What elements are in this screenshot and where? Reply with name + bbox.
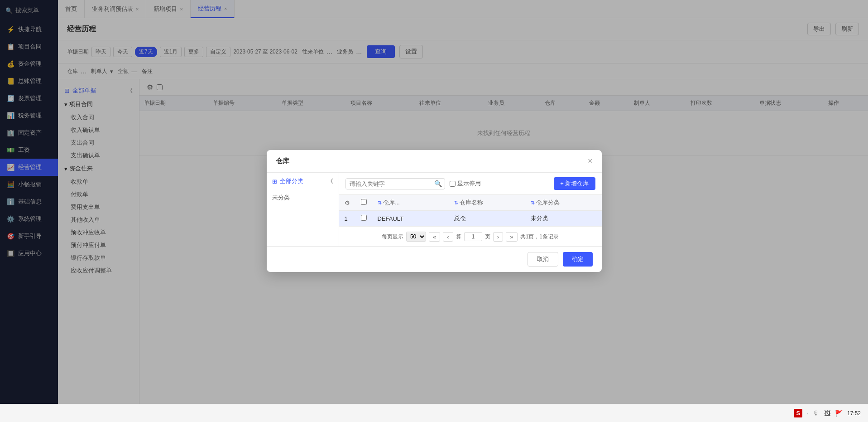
- modal-col-name-label: 仓库名称: [460, 199, 483, 206]
- modal-page-input[interactable]: [464, 232, 482, 241]
- sort-icon-cat: ⇅: [531, 200, 535, 205]
- show-disabled-text: 显示停用: [457, 179, 481, 188]
- modal-right-panel: 🔍 显示停用 + 新增仓库 ⚙: [339, 173, 602, 246]
- modal-col-checkbox: [355, 195, 372, 211]
- modal-cat-item-unclassified[interactable]: 未分类: [267, 190, 339, 205]
- modal-footer: 取消 确定: [267, 246, 602, 272]
- modal-page-size-select[interactable]: 50: [406, 232, 426, 242]
- sort-icon-name: ⇅: [454, 200, 458, 205]
- show-disabled-checkbox[interactable]: [450, 181, 456, 187]
- modal-page-label: 页: [485, 233, 490, 241]
- warehouse-table: ⚙ ⇅ 仓库... ⇅ 仓库名称: [339, 195, 602, 227]
- taskbar-icons: S · 🎙 🖼 🚩 17:52: [794, 409, 861, 417]
- modal-page-word: 算: [456, 233, 461, 241]
- modal-first-page-btn[interactable]: «: [429, 232, 440, 242]
- add-warehouse-btn[interactable]: + 新增仓库: [554, 177, 595, 190]
- warehouse-search-btn[interactable]: 🔍: [432, 180, 445, 187]
- modal-pagination: 每页显示 50 « ‹ 算 页 › » 共1页，1条记录: [339, 227, 602, 246]
- modal-next-page-btn[interactable]: ›: [493, 232, 503, 242]
- row-select[interactable]: [361, 215, 367, 221]
- warehouse-modal: 仓库 × ⊞ 全部分类 《 未分类 🔍: [267, 150, 602, 272]
- modal-header: 仓库 ×: [267, 150, 602, 173]
- modal-col-cat-label: 仓库分类: [536, 199, 560, 206]
- taskbar: S · 🎙 🖼 🚩 17:52: [0, 404, 868, 422]
- confirm-button[interactable]: 确定: [563, 252, 593, 267]
- modal-cat-collapse-btn[interactable]: 《: [327, 177, 333, 185]
- modal-toolbar: 🔍 显示停用 + 新增仓库: [339, 173, 602, 195]
- taskbar-icon-flag: 🚩: [835, 410, 843, 417]
- modal-category-panel: ⊞ 全部分类 《 未分类: [267, 173, 339, 246]
- modal-title: 仓库: [276, 157, 289, 165]
- modal-cat-all-label: 全部分类: [280, 177, 303, 185]
- row-category: 未分类: [525, 211, 602, 227]
- modal-overlay: 仓库 × ⊞ 全部分类 《 未分类 🔍: [0, 0, 868, 422]
- sort-icon-code: ⇅: [378, 200, 382, 205]
- modal-last-page-btn[interactable]: »: [506, 232, 517, 242]
- table-row[interactable]: 1 DEFAULT 总仓 未分类: [339, 211, 602, 227]
- row-seq: 1: [339, 211, 355, 227]
- modal-total-label: 共1页，1条记录: [520, 233, 559, 241]
- taskbar-time: 17:52: [847, 410, 861, 417]
- taskbar-icon-img: 🖼: [824, 410, 830, 417]
- modal-table-wrap: ⚙ ⇅ 仓库... ⇅ 仓库名称: [339, 195, 602, 227]
- row-checkbox[interactable]: [355, 211, 372, 227]
- modal-col-settings[interactable]: ⚙: [339, 195, 355, 211]
- show-disabled-label[interactable]: 显示停用: [450, 179, 481, 188]
- cancel-button[interactable]: 取消: [528, 252, 558, 267]
- warehouse-search-input[interactable]: [346, 179, 432, 189]
- search-input-wrap: 🔍: [345, 178, 445, 189]
- row-code: DEFAULT: [372, 211, 449, 227]
- modal-cat-item-label: 未分类: [272, 194, 290, 201]
- row-name: 总仓: [449, 211, 525, 227]
- taskbar-icon-dot: ·: [807, 410, 809, 417]
- taskbar-icon-mic: 🎙: [813, 410, 820, 417]
- taskbar-icon-s: S: [794, 409, 802, 417]
- modal-prev-page-btn[interactable]: ‹: [443, 232, 453, 242]
- modal-per-page-label: 每页显示: [382, 233, 403, 241]
- modal-col-code[interactable]: ⇅ 仓库...: [372, 195, 449, 211]
- modal-select-all[interactable]: [361, 199, 367, 205]
- grid-icon-modal: ⊞: [272, 178, 277, 185]
- modal-col-code-label: 仓库...: [383, 199, 400, 206]
- modal-col-category[interactable]: ⇅ 仓库分类: [525, 195, 602, 211]
- modal-close-btn[interactable]: ×: [588, 156, 593, 166]
- modal-body: ⊞ 全部分类 《 未分类 🔍 显示停用: [267, 173, 602, 246]
- modal-col-name[interactable]: ⇅ 仓库名称: [449, 195, 525, 211]
- modal-cat-all[interactable]: ⊞ 全部分类 《: [267, 173, 339, 190]
